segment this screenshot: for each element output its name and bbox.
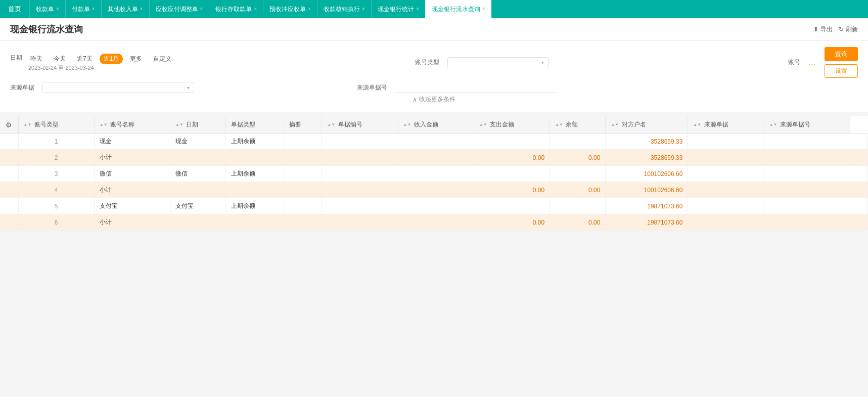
tab-receipts[interactable]: 收款单 × [29,0,65,18]
date-opt-today[interactable]: 今天 [50,54,70,64]
table-row: 2小计0.000.00-3528659.33 [0,150,868,166]
account-label: 账号 [788,58,800,67]
tab-ar-ap-adjust[interactable]: 应收应付调整单 × [149,0,209,18]
th-source-doc-num[interactable]: ▲▼ 来源单据号 [764,116,850,134]
export-button[interactable]: ⬆ 导出 [813,25,833,34]
th-summary[interactable]: 摘要 [284,116,322,134]
balance-cell: 19871073.60 [606,214,688,231]
date-opt-yesterday[interactable]: 昨天 [26,54,47,64]
sort-arrows-icon: ▲▼ [479,123,487,127]
row-number: 4 [18,182,94,198]
home-tab[interactable]: 首页 [0,0,29,18]
close-icon[interactable]: × [308,0,311,18]
refresh-icon: ↻ [839,26,844,33]
close-icon[interactable]: × [56,0,59,18]
close-icon[interactable]: × [416,0,419,18]
account-type-cell: 微信 [94,166,170,182]
th-source-doc[interactable]: ▲▼ 来源单据 [688,116,764,134]
summary-cell [322,198,398,214]
date-options: 昨天 今天 近7天 近1月 更多 自定义 [26,54,175,64]
income-cell: 0.00 [474,182,550,198]
date-opt-7days[interactable]: 近7天 [73,54,97,64]
tab-prepay-offset[interactable]: 预收冲应收单 × [263,0,317,18]
tab-bank-deposit[interactable]: 银行存取款单 × [209,0,263,18]
source-doc-num-cell [850,198,867,214]
income-cell: 0.00 [474,214,550,231]
th-doc-type[interactable]: 单据类型 [226,116,284,134]
th-settings: ⚙ [0,116,18,134]
doc-type-cell [284,166,322,182]
th-counterparty[interactable]: ▲▼ 对方户名 [606,116,688,134]
filter-row-date: 日期 昨天 今天 近7天 近1月 更多 自定义 2023-02-24 至 202… [10,47,858,78]
data-table: ⚙ ▲▼ 账号类型 ▲▼ 账号名称 ▲▼ 日期 单据类型 摘 [0,116,868,231]
th-expense[interactable]: ▲▼ 支出金额 [474,116,550,134]
th-balance[interactable]: ▲▼ 余额 [550,116,606,134]
date-cell: 上期余额 [226,198,284,214]
th-account-type[interactable]: ▲▼ 账号类型 [18,116,94,134]
date-opt-more[interactable]: 更多 [126,54,146,64]
tab-cash-bank-flow[interactable]: 现金银行流水查询 × [425,0,491,18]
date-opt-custom[interactable]: 自定义 [149,54,175,64]
chevron-up-icon: ∧ [413,96,417,103]
doc-type-cell [284,182,322,198]
date-opt-1month[interactable]: 近1月 [100,54,123,64]
account-type-cell: 小计 [94,150,170,166]
summary-cell [322,150,398,166]
refresh-button[interactable]: ↻ 刷新 [839,25,858,34]
close-icon[interactable]: × [92,0,95,18]
close-icon[interactable]: × [254,0,257,18]
expense-cell: 0.00 [550,214,606,231]
account-type-select[interactable]: ▾ [447,57,549,68]
gear-icon[interactable]: ⚙ [6,121,12,129]
row-settings [0,134,18,150]
th-date[interactable]: ▲▼ 日期 [170,116,226,134]
account-name-cell: 支付宝 [170,198,226,214]
close-icon[interactable]: × [200,0,203,18]
row-settings [0,198,18,214]
row-settings [0,166,18,182]
query-button[interactable]: 查询 [825,47,858,61]
tab-payments[interactable]: 付款单 × [65,0,101,18]
tab-cash-bank-stats[interactable]: 现金银行统计 × [371,0,425,18]
doc-num-cell [398,134,474,150]
date-cell: 上期余额 [226,134,284,150]
source-doc-select[interactable]: ▾ [42,82,194,93]
balance-cell: 19871073.60 [606,198,688,214]
date-label: 日期 [10,54,22,62]
tab-receipt-verify[interactable]: 收款核销执行 × [317,0,371,18]
balance-cell: -3528659.33 [606,150,688,166]
account-name-cell [170,214,226,231]
source-doc-num-input[interactable] [395,82,557,93]
summary-cell [322,214,398,231]
settings-button[interactable]: 设置 [825,64,858,78]
row-number: 6 [18,214,94,231]
doc-num-cell [398,182,474,198]
summary-cell [322,134,398,150]
row-settings [0,182,18,198]
th-income[interactable]: ▲▼ 收入金额 [398,116,474,134]
summary-cell [322,166,398,182]
expense-cell: 0.00 [550,150,606,166]
source-doc-cell [764,166,850,182]
account-ellipsis-button[interactable]: ... [808,58,816,67]
doc-type-cell [284,150,322,166]
page-header: 现金银行流水查询 ⬆ 导出 ↻ 刷新 [0,18,868,41]
sort-arrows-icon: ▲▼ [175,123,184,127]
close-icon[interactable]: × [140,0,143,18]
date-range-display: 2023-02-24 至 2023-03-24 [28,64,175,72]
collapse-bar[interactable]: ∧ 收起更多条件 [10,93,858,106]
table-row: 4小计0.000.00100102606.60 [0,182,868,198]
doc-num-cell [398,214,474,231]
doc-num-cell [398,198,474,214]
close-icon[interactable]: × [362,0,365,18]
sort-arrows-icon: ▲▼ [693,123,701,127]
source-doc-num-cell [850,134,867,150]
filter-area: 日期 昨天 今天 近7天 近1月 更多 自定义 2023-02-24 至 202… [0,41,868,112]
tab-other-income[interactable]: 其他收入单 × [101,0,149,18]
th-doc-num[interactable]: ▲▼ 单据编号 [322,116,398,134]
income-cell [474,166,550,182]
summary-cell [322,182,398,198]
counterparty-cell [688,166,764,182]
close-icon[interactable]: × [482,0,485,18]
th-account-name[interactable]: ▲▼ 账号名称 [94,116,170,134]
